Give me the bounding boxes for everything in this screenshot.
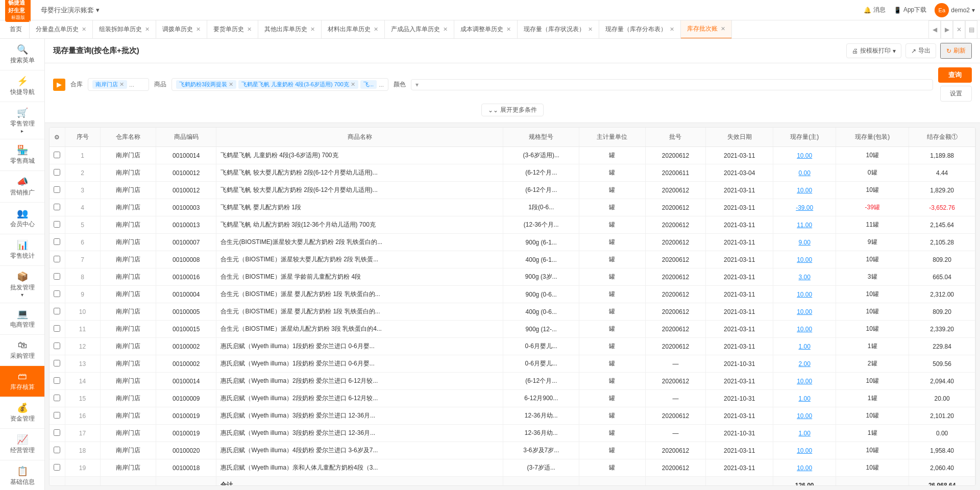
row-check[interactable] bbox=[50, 407, 65, 425]
row-stock-main[interactable]: 10.00 bbox=[773, 182, 836, 199]
row-check[interactable] bbox=[50, 286, 65, 303]
tab-material-out[interactable]: 材料出库单历史 ✕ bbox=[322, 20, 385, 39]
row-checkbox[interactable] bbox=[54, 325, 60, 332]
tab-stock-status[interactable]: 现存量（库存状况表） ✕ bbox=[518, 20, 599, 39]
row-stock-main[interactable]: 10.00 bbox=[773, 459, 836, 477]
row-check[interactable] bbox=[50, 442, 65, 459]
sidebar-item-wholesale[interactable]: 📦 批发管理 ▾ bbox=[0, 266, 44, 303]
tab-prev-btn[interactable]: ◀ bbox=[928, 20, 941, 39]
sidebar-item-search[interactable]: 🔍 搜索英单 bbox=[0, 39, 44, 70]
tab-other-out[interactable]: 其他出库单历史 ✕ bbox=[258, 20, 322, 39]
row-checkbox[interactable] bbox=[54, 290, 60, 297]
row-stock-main[interactable]: 3.00 bbox=[773, 268, 836, 286]
product-more-btn[interactable]: ... bbox=[379, 81, 384, 88]
row-stock-main[interactable]: 10.00 bbox=[773, 286, 836, 303]
tab-fen-pan[interactable]: 分量盘点单历史 ✕ bbox=[30, 20, 93, 39]
row-stock-main[interactable]: 10.00 bbox=[773, 251, 836, 268]
row-checkbox[interactable] bbox=[54, 238, 60, 245]
row-check[interactable] bbox=[50, 425, 65, 442]
row-stock-main[interactable]: 11.00 bbox=[773, 216, 836, 234]
tab-close-icon[interactable]: ✕ bbox=[374, 26, 378, 33]
row-stock-main[interactable]: -39.00 bbox=[773, 199, 836, 216]
row-checkbox[interactable] bbox=[54, 342, 60, 349]
tab-product-in[interactable]: 产成品入库单历史 ✕ bbox=[385, 20, 454, 39]
row-checkbox[interactable] bbox=[54, 395, 60, 401]
row-stock-main[interactable]: 10.00 bbox=[773, 407, 836, 425]
sidebar-item-finance[interactable]: 💰 资金管理 bbox=[0, 397, 44, 429]
row-checkbox[interactable] bbox=[54, 186, 60, 193]
th-gear[interactable]: ⚙ bbox=[50, 128, 65, 147]
color-filter[interactable]: ▾ bbox=[411, 79, 933, 90]
row-checkbox[interactable] bbox=[54, 221, 60, 228]
row-stock-main[interactable]: 10.00 bbox=[773, 303, 836, 321]
row-checkbox[interactable] bbox=[54, 169, 60, 176]
tab-close-icon[interactable]: ✕ bbox=[721, 26, 725, 32]
tag-close-icon[interactable]: ✕ bbox=[119, 81, 124, 88]
row-checkbox[interactable] bbox=[54, 273, 60, 280]
row-check[interactable] bbox=[50, 251, 65, 268]
sidebar-item-members[interactable]: 👥 会员中心 bbox=[0, 203, 44, 234]
sidebar-item-retail[interactable]: 🛒 零售管理 ▸ bbox=[0, 102, 44, 139]
row-stock-main[interactable]: 10.00 bbox=[773, 373, 836, 390]
row-check[interactable] bbox=[50, 268, 65, 286]
row-checkbox[interactable] bbox=[54, 464, 60, 471]
row-check[interactable] bbox=[50, 234, 65, 251]
tab-zu-chai[interactable]: 组装拆卸单历史 ✕ bbox=[93, 20, 156, 39]
setting-btn[interactable]: 设置 bbox=[940, 86, 972, 102]
row-checkbox[interactable] bbox=[54, 204, 60, 210]
product-filter[interactable]: 飞鹤奶粉3段两提装 ✕ 飞鹤星飞帆 儿童奶粉 4段(3-6岁适用) 700克 ✕… bbox=[172, 78, 388, 91]
filter-expand-btn[interactable]: ▶ bbox=[53, 79, 65, 91]
row-check[interactable] bbox=[50, 182, 65, 199]
tab-home[interactable]: 首页 bbox=[3, 20, 30, 39]
tab-next-btn[interactable]: ▶ bbox=[941, 20, 953, 39]
messages-btn[interactable]: 🔔 消息 bbox=[864, 6, 886, 14]
sidebar-item-shortcut[interactable]: ⚡ 快捷导航 bbox=[0, 70, 44, 102]
tag-close-icon[interactable]: ✕ bbox=[351, 81, 355, 88]
row-stock-main[interactable]: 10.00 bbox=[773, 442, 836, 459]
row-check[interactable] bbox=[50, 216, 65, 234]
tab-close-icon[interactable]: ✕ bbox=[588, 26, 593, 33]
tab-menu-btn[interactable]: ▤ bbox=[965, 20, 977, 39]
row-checkbox[interactable] bbox=[54, 152, 60, 158]
refresh-btn[interactable]: ↻ 刷新 bbox=[940, 43, 972, 59]
row-stock-main[interactable]: 1.00 bbox=[773, 390, 836, 407]
tab-close-icon[interactable]: ✕ bbox=[506, 26, 511, 33]
row-stock-main[interactable]: 1.00 bbox=[773, 425, 836, 442]
user-menu[interactable]: Ea demo2 ▾ bbox=[935, 3, 975, 17]
row-checkbox[interactable] bbox=[54, 412, 60, 419]
tab-batch[interactable]: 库存批次账 ✕ bbox=[681, 20, 732, 39]
tab-close-icon[interactable]: ✕ bbox=[670, 26, 674, 33]
row-check[interactable] bbox=[50, 147, 65, 164]
sidebar-item-retail-stats[interactable]: 📊 零售统计 bbox=[0, 234, 44, 266]
search-btn[interactable]: 查询 bbox=[938, 67, 972, 83]
row-checkbox[interactable] bbox=[54, 429, 60, 436]
row-stock-main[interactable]: 0.00 bbox=[773, 164, 836, 182]
sidebar-item-ecommerce[interactable]: 💻 电商管理 bbox=[0, 303, 44, 335]
row-check[interactable] bbox=[50, 459, 65, 477]
tab-close-icon[interactable]: ✕ bbox=[196, 26, 201, 33]
tab-close-icon[interactable]: ✕ bbox=[247, 26, 252, 33]
row-stock-main[interactable]: 2.00 bbox=[773, 355, 836, 373]
sidebar-item-purchase[interactable]: 🛍 采购管理 bbox=[0, 335, 44, 366]
row-check[interactable] bbox=[50, 390, 65, 407]
row-check[interactable] bbox=[50, 321, 65, 338]
sidebar-item-inventory[interactable]: 🗃 库存核算 bbox=[0, 366, 44, 397]
tab-close-icon[interactable]: ✕ bbox=[443, 26, 448, 33]
template-print-btn[interactable]: 🖨 按模板打印 ▾ bbox=[846, 43, 901, 58]
row-checkbox[interactable] bbox=[54, 377, 60, 384]
row-check[interactable] bbox=[50, 199, 65, 216]
tab-close-icon[interactable]: ✕ bbox=[82, 26, 86, 33]
row-checkbox[interactable] bbox=[54, 256, 60, 262]
sidebar-item-basic[interactable]: 📋 基础信息 bbox=[0, 460, 44, 490]
warehouse-more-btn[interactable]: ... bbox=[129, 81, 134, 88]
row-checkbox[interactable] bbox=[54, 447, 60, 453]
row-stock-main[interactable]: 1.00 bbox=[773, 338, 836, 355]
row-checkbox[interactable] bbox=[54, 308, 60, 314]
row-stock-main[interactable]: 10.00 bbox=[773, 321, 836, 338]
warehouse-filter[interactable]: 南岸门店 ✕ ... bbox=[88, 78, 149, 91]
tab-cost-adjust[interactable]: 成本调整单历史 ✕ bbox=[454, 20, 518, 39]
tab-close-icon[interactable]: ✕ bbox=[310, 26, 315, 33]
tab-close-all-btn[interactable]: ✕ bbox=[953, 20, 965, 39]
sidebar-item-marketing[interactable]: 📣 营销推广 bbox=[0, 171, 44, 203]
row-check[interactable] bbox=[50, 338, 65, 355]
